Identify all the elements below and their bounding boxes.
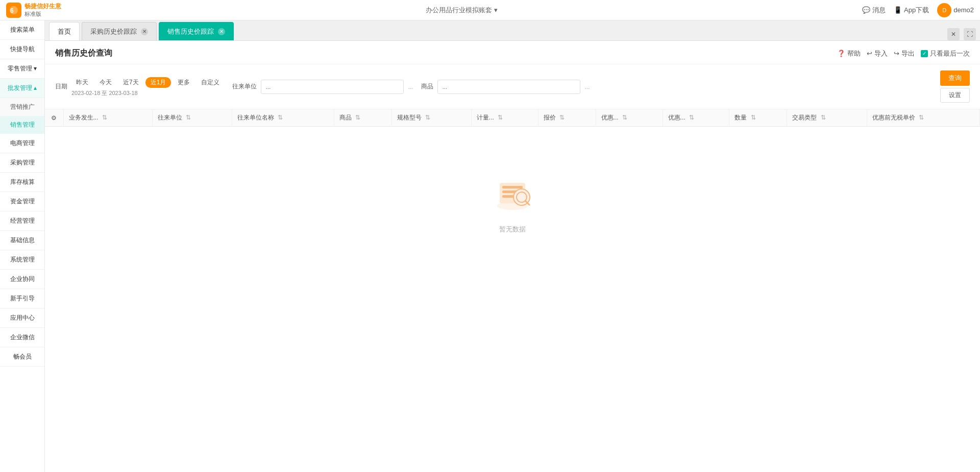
date-btn-today[interactable]: 今天 [95, 77, 116, 88]
settings-button[interactable]: 设置 [940, 88, 970, 103]
import-icon: ↩ [867, 50, 872, 57]
maximize-button[interactable]: ⛶ [964, 28, 976, 40]
sidebar-item-finance-mgmt[interactable]: 资金管理 [0, 192, 44, 211]
tab-sales-history[interactable]: 销售历史价跟踪 ✕ [159, 22, 234, 40]
tab-close-sales[interactable]: ✕ [218, 28, 225, 35]
th-biz-date[interactable]: 业务发生... ⇅ [63, 109, 152, 127]
data-table: ⚙ 业务发生... ⇅ 往来单位 ⇅ 往来单位名称 ⇅ [45, 109, 980, 127]
sidebar-item-wholesale-mgmt[interactable]: 批发管理 ▴ [0, 79, 44, 98]
app-download-button[interactable]: 📱 App下载 [894, 6, 929, 15]
sidebar-item-app-center[interactable]: 应用中心 [0, 309, 44, 328]
date-btn-more[interactable]: 更多 [173, 77, 194, 88]
help-icon: ❓ [837, 50, 845, 57]
th-partner-id[interactable]: 往来单位 ⇅ [152, 109, 232, 127]
th-partner-name[interactable]: 往来单位名称 ⇅ [232, 109, 334, 127]
export-icon: ↪ [894, 50, 899, 57]
th-discount1[interactable]: 优惠... ⇅ [596, 109, 663, 127]
logo-text: 畅捷信好生意 标准版 [24, 3, 61, 18]
date-btn-custom[interactable]: 自定义 [197, 77, 224, 88]
table-header-row: ⚙ 业务发生... ⇅ 往来单位 ⇅ 往来单位名称 ⇅ [45, 109, 980, 127]
sidebar-item-ecommerce-mgmt[interactable]: 电商管理 [0, 134, 44, 153]
sidebar-item-enterprise-wechat[interactable]: 企业微信 [0, 328, 44, 347]
sort-icon: ⇅ [102, 114, 107, 121]
sort-icon: ⇅ [186, 114, 191, 121]
sidebar-item-inventory[interactable]: 库存核算 [0, 173, 44, 192]
sidebar-sub-item-sales-mgmt[interactable]: 销售管理 [0, 116, 44, 134]
goods-filter-group: 商品 ... [421, 80, 590, 94]
date-filter-group: 日期 昨天 今天 近7天 近1月 更多 自定义 2023-02-18 至 202… [55, 77, 224, 97]
goods-more-icon[interactable]: ... [584, 83, 590, 90]
partner-more-icon[interactable]: ... [408, 83, 413, 90]
only-last-checkbox[interactable] [921, 50, 928, 57]
th-unit[interactable]: 计量... ⇅ [471, 109, 538, 127]
query-button[interactable]: 查询 [940, 70, 970, 86]
page-header-actions: ❓ 帮助 ↩ 导入 ↪ 导出 只看最后一次 [837, 49, 970, 58]
date-btn-yesterday[interactable]: 昨天 [71, 77, 93, 88]
partner-filter-group: 往来单位 ... [232, 80, 413, 94]
sidebar-item-purchase-mgmt[interactable]: 采购管理 [0, 153, 44, 173]
sidebar-item-system-mgmt[interactable]: 系统管理 [0, 250, 44, 270]
close-tab-button[interactable]: ✕ [947, 28, 960, 40]
th-goods[interactable]: 商品 ⇅ [334, 109, 391, 127]
sort-icon: ⇅ [498, 114, 503, 121]
sort-icon: ⇅ [751, 114, 756, 121]
content-area: 首页 采购历史价跟踪 ✕ 销售历史价跟踪 ✕ ✕ ⛶ 销售历史价查询 [45, 20, 980, 472]
svg-rect-4 [502, 186, 523, 188]
sidebar-item-basic-info[interactable]: 基础信息 [0, 231, 44, 250]
import-button[interactable]: ↩ 导入 [867, 49, 888, 58]
th-trade-type[interactable]: 交易类型 ⇅ [787, 109, 867, 127]
sort-icon: ⇅ [355, 114, 360, 121]
topbar-right: 💬 消息 📱 App下载 D demo2 [862, 3, 974, 17]
only-last-toggle[interactable]: 只看最后一次 [921, 49, 970, 58]
message-icon: 💬 [862, 6, 870, 14]
th-pretax-price[interactable]: 优惠前无税单价 ⇅ [867, 109, 979, 127]
tab-home[interactable]: 首页 [49, 22, 80, 40]
sidebar-item-quick-nav[interactable]: 快捷导航 [0, 40, 44, 59]
tab-close-purchase[interactable]: ✕ [141, 28, 148, 35]
chevron-down-icon: ▾ [34, 65, 37, 72]
sort-icon: ⇅ [821, 114, 826, 121]
sidebar-item-enterprise-collab[interactable]: 企业协同 [0, 270, 44, 289]
sidebar-item-retail-mgmt[interactable]: 零售管理 ▾ [0, 59, 44, 79]
workspace-dropdown[interactable]: 办公用品行业模拟账套 ▾ [426, 6, 498, 15]
empty-text: 暂无数据 [499, 225, 526, 234]
sidebar: 搜索菜单 快捷导航 零售管理 ▾ 批发管理 ▴ 营销推广 销售管理 电商管理 采… [0, 20, 45, 472]
partner-input[interactable] [261, 80, 404, 94]
message-button[interactable]: 💬 消息 [862, 6, 886, 15]
partner-label: 往来单位 [232, 82, 257, 91]
date-range-text: 2023-02-18 至 2023-03-18 [71, 89, 224, 97]
table-container: ⚙ 业务发生... ⇅ 往来单位 ⇅ 往来单位名称 ⇅ [45, 109, 980, 275]
main-layout: 搜索菜单 快捷导航 零售管理 ▾ 批发管理 ▴ 营销推广 销售管理 电商管理 采… [0, 20, 980, 472]
sidebar-item-vip-member[interactable]: 畅会员 [0, 347, 44, 367]
user-menu[interactable]: D demo2 [937, 3, 974, 17]
th-discount2[interactable]: 优惠... ⇅ [663, 109, 729, 127]
chevron-down-icon: ▾ [494, 6, 498, 14]
th-quoted-price[interactable]: 报价 ⇅ [538, 109, 596, 127]
sidebar-item-ops-mgmt[interactable]: 经营管理 [0, 211, 44, 231]
action-buttons: 查询 设置 [940, 70, 970, 103]
page-title: 销售历史价查询 [55, 48, 112, 59]
sort-icon: ⇅ [278, 114, 283, 121]
chevron-up-icon: ▴ [34, 84, 37, 91]
sidebar-sub-item-marketing[interactable]: 营销推广 [0, 98, 44, 116]
th-quantity[interactable]: 数量 ⇅ [729, 109, 787, 127]
goods-label: 商品 [421, 82, 433, 91]
sidebar-item-search-menu[interactable]: 搜索菜单 [0, 20, 44, 40]
logo-icon: 6 [6, 3, 21, 18]
export-button[interactable]: ↪ 导出 [894, 49, 915, 58]
th-spec[interactable]: 规格型号 ⇅ [391, 109, 471, 127]
date-btn-7days[interactable]: 近7天 [118, 77, 143, 88]
sidebar-item-newbie-guide[interactable]: 新手引导 [0, 289, 44, 309]
filter-bar: 日期 昨天 今天 近7天 近1月 更多 自定义 2023-02-18 至 202… [45, 64, 980, 109]
sidebar-sub-section: 营销推广 销售管理 [0, 98, 44, 134]
sort-icon: ⇅ [559, 114, 565, 121]
logo-area: 6 畅捷信好生意 标准版 [6, 3, 61, 18]
topbar-left: 6 畅捷信好生意 标准版 [6, 3, 61, 18]
date-btn-1month[interactable]: 近1月 [145, 77, 172, 88]
tab-purchase-history[interactable]: 采购历史价跟踪 ✕ [82, 22, 157, 40]
goods-input[interactable] [437, 80, 580, 94]
help-button[interactable]: ❓ 帮助 [837, 49, 861, 58]
topbar: 6 畅捷信好生意 标准版 办公用品行业模拟账套 ▾ 💬 消息 📱 App下载 D… [0, 0, 980, 20]
tab-bar-actions: ✕ ⛶ [943, 28, 980, 40]
th-gear[interactable]: ⚙ [45, 109, 63, 127]
